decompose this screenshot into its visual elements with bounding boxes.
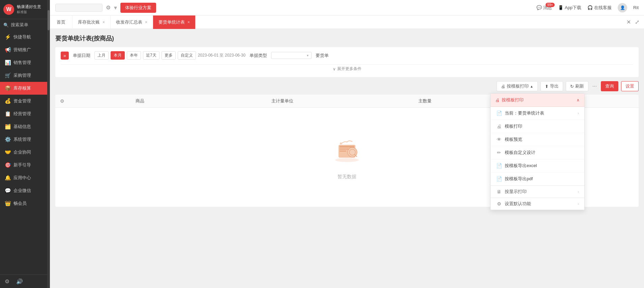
export-icon: ⬆ (545, 84, 549, 89)
svg-point-8 (340, 142, 342, 145)
date-btn-this-month[interactable]: 本月 (111, 51, 125, 60)
dropdown-template-custom[interactable]: ✏ 模板自定义设计 (491, 146, 584, 159)
dropdown-current-template[interactable]: 📄 当前：要货单统计表 › (491, 107, 584, 120)
sidebar-search[interactable]: 🔍 搜索菜单 (0, 19, 47, 31)
sidebar-item-label: 新手引导 (13, 162, 31, 168)
tabbar-expand-button[interactable]: ⤢ (634, 18, 641, 27)
topbar-right: 💬 消息 99+ 📱 App下载 🎧 在线客服 👤 Rit (536, 3, 639, 12)
sidebar-item-label: 经营管理 (13, 111, 31, 117)
refresh-button[interactable]: ↻ 刷新 (566, 81, 588, 91)
sidebar-item-wechat[interactable]: 💬 企业微信 (0, 184, 47, 197)
dropdown-template-preview[interactable]: 👁 模板预览 (491, 133, 584, 146)
dropdown-close-icon[interactable]: ∧ (577, 98, 580, 102)
tab-home[interactable]: 首页 (50, 15, 72, 29)
sidebar-scrollbar[interactable] (47, 0, 50, 288)
messages-button[interactable]: 💬 消息 99+ (536, 5, 552, 11)
dropdown-template-excel[interactable]: 📄 按模板导出excel (491, 159, 584, 172)
tab-order-stats-close[interactable]: × (187, 20, 190, 25)
dropdown-template-print[interactable]: 🖨 模板打印 (491, 120, 584, 133)
topbar-gear-icon[interactable]: ⚙ (106, 4, 111, 11)
search-label: 搜索菜单 (11, 22, 28, 28)
filter-expand-button[interactable]: » (61, 52, 69, 60)
template-pdf-label: 按模板导出pdf (505, 176, 533, 182)
expand-more-button[interactable]: ∨ 展开更多条件 (61, 64, 633, 73)
tab-receipt-summary-close[interactable]: × (145, 20, 147, 25)
sidebar-item-label: 营销推广 (13, 47, 31, 53)
app-download-label: App下载 (565, 5, 581, 11)
sidebar-item-inventory[interactable]: 📦 库存核算 (0, 82, 47, 95)
sidebar-item-purchase[interactable]: 🛒 采购管理 (0, 69, 47, 82)
more-options-icon[interactable]: ··· (591, 82, 598, 91)
sales-icon: 📊 (5, 60, 11, 66)
sidebar-item-member[interactable]: 👑 畅会员 (0, 197, 47, 210)
app-download-button[interactable]: 📱 App下载 (558, 5, 581, 11)
settings-footer-icon[interactable]: ⚙ (5, 278, 9, 285)
content-area: 要货单统计表(按商品) » 单据日期 上月 本月 本年 近7天 更多 自定义 2… (50, 29, 644, 288)
online-service-button[interactable]: 🎧 在线客服 (587, 5, 612, 11)
wechat-icon: 💬 (5, 188, 11, 194)
cargo-label: 要货单 (316, 53, 329, 59)
sidebar-logo: W 畅康通好生意 标准版 (0, 0, 47, 19)
sidebar-item-finance[interactable]: 💰 资金管理 (0, 95, 47, 107)
dropdown-title: 🖨 按模板打印 (495, 97, 524, 103)
table-header-settings[interactable]: ⚙ (55, 98, 69, 104)
search-icon: 🔍 (3, 23, 9, 28)
dropdown-display-print[interactable]: 🖥 按显示打印 › (491, 186, 584, 198)
dropdown-default-func[interactable]: ⚙ 设置默认功能 › (491, 198, 584, 210)
export-button[interactable]: ⬆ 导出 (540, 81, 563, 91)
sidebar-item-base-info[interactable]: 🗂️ 基础信息 (0, 120, 47, 133)
sidebar-item-guide[interactable]: 🎯 新手引导 (0, 159, 47, 171)
base-info-icon: 🗂️ (5, 124, 11, 130)
sidebar: W 畅康通好生意 标准版 🔍 搜索菜单 ⚡ 快捷导航 📢 营销推广 📊 销售管理… (0, 0, 47, 288)
tabbar: 首页 库存批次账 × 收发存汇总表 × 要货单统计表 × ✕ ⤢ (50, 15, 644, 29)
date-btn-7days[interactable]: 近7天 (143, 51, 159, 60)
sound-footer-icon[interactable]: 🔊 (16, 278, 23, 285)
export-label: 导出 (550, 83, 559, 89)
tab-receipt-summary[interactable]: 收发存汇总表 × (111, 15, 153, 29)
quick-nav-icon: ⚡ (5, 34, 11, 40)
print-button[interactable]: 🖨 按模板打印 ▲ (497, 81, 538, 91)
date-btn-this-year[interactable]: 本年 (127, 51, 141, 60)
topbar-dropdown-arrow[interactable]: ▾ (114, 4, 117, 11)
tab-home-label: 首页 (57, 19, 65, 25)
empty-illustration (330, 135, 364, 168)
order-type-select[interactable]: ▾ (271, 52, 312, 59)
sidebar-item-operations[interactable]: 📋 经营管理 (0, 107, 47, 120)
sidebar-item-label: 库存核算 (13, 85, 31, 91)
dropdown-template-pdf[interactable]: 📄 按模板导出pdf (491, 172, 584, 186)
dropdown-header: 🖨 按模板打印 ∧ (491, 94, 584, 107)
trial-button[interactable]: 体验行业方案 (120, 3, 156, 13)
template-print-icon: 🖨 (496, 124, 502, 129)
query-button[interactable]: 查询 (601, 81, 618, 91)
tabbar-close-button[interactable]: ✕ (625, 18, 632, 27)
sidebar-item-collab[interactable]: 🤝 企业协同 (0, 146, 47, 159)
default-func-arrow: › (578, 202, 579, 206)
user-avatar[interactable]: 👤 (618, 3, 627, 12)
display-print-label: 按显示打印 (505, 189, 527, 195)
sidebar-item-label: 销售管理 (13, 60, 31, 66)
date-btn-more[interactable]: 更多 (162, 51, 176, 60)
svg-point-0 (335, 158, 359, 162)
current-template-label: 当前：要货单统计表 (505, 110, 544, 116)
sidebar-item-label: 企业微信 (13, 188, 31, 194)
sidebar-item-quick-nav[interactable]: ⚡ 快捷导航 (0, 31, 47, 43)
date-btn-custom[interactable]: 自定义 (178, 51, 196, 60)
filter-bar: » 单据日期 上月 本月 本年 近7天 更多 自定义 2023-06-01 至 … (55, 47, 639, 77)
sidebar-item-marketing[interactable]: 📢 营销推广 (0, 43, 47, 56)
svg-rect-3 (340, 149, 350, 150)
tabbar-actions: ✕ ⤢ (625, 18, 644, 27)
tab-batch-accounts[interactable]: 库存批次账 × (72, 15, 111, 29)
sidebar-footer: ⚙ 🔊 (0, 275, 47, 288)
app-center-icon: 🔔 (5, 175, 11, 181)
column-settings-icon[interactable]: ⚙ (60, 98, 64, 104)
date-btn-last-month[interactable]: 上月 (94, 51, 109, 60)
sidebar-item-app-center[interactable]: 🔔 应用中心 (0, 171, 47, 184)
operations-icon: 📋 (5, 111, 11, 117)
sidebar-item-system[interactable]: ⚙️ 系统管理 (0, 133, 47, 146)
tab-order-stats[interactable]: 要货单统计表 × (153, 15, 196, 29)
page-title: 要货单统计表(按商品) (55, 34, 639, 42)
tab-batch-accounts-close[interactable]: × (103, 20, 105, 25)
topbar-search-input[interactable] (55, 4, 103, 12)
settings-button[interactable]: 设置 (621, 81, 639, 91)
sidebar-item-sales[interactable]: 📊 销售管理 (0, 56, 47, 69)
